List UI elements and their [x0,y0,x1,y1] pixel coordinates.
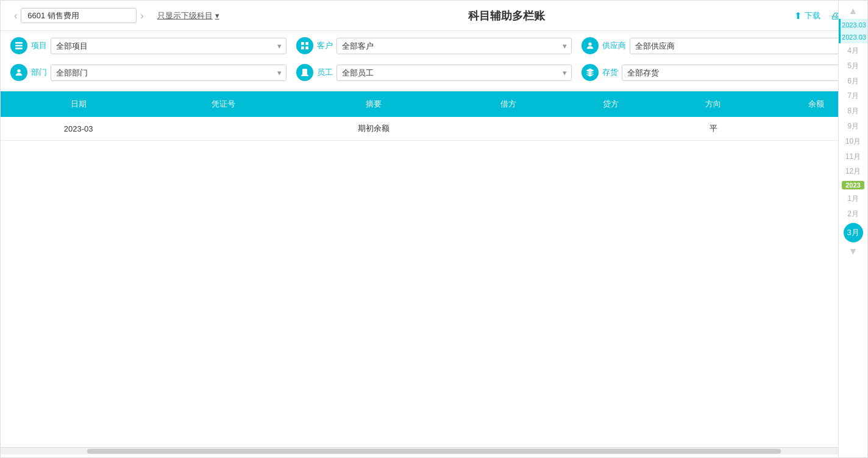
filter-row-2: 部门 全部部门 ▾ 员工 [10,64,858,81]
table-area: 日期 凭证号 摘要 借方 贷方 方向 余额 2023-03 期初余额 [1,91,867,447]
svg-rect-5 [302,69,307,74]
col-debit: 借方 [457,91,560,117]
page-title: 科目辅助多栏账 [219,9,794,23]
inventory-select-wrapper: 全部存货 ▾ [622,65,858,81]
timeline-month-10[interactable]: 10月 [842,134,864,149]
download-label: 下载 [805,10,820,21]
project-select[interactable]: 全部项目 [51,38,286,54]
customer-select-wrapper: 全部客户 ▾ [336,38,572,54]
employee-label: 员工 [317,67,333,78]
cell-summary: 期初余额 [291,117,457,141]
download-button[interactable]: ⬆ 下载 [794,10,820,21]
filter-item-project: 项目 全部项目 ▾ [10,37,286,54]
supplier-icon [582,37,599,54]
col-summary: 摘要 [291,91,457,117]
filter-area: 项目 全部项目 ▾ 客户 [1,31,867,91]
inventory-select[interactable]: 全部存货 [622,65,858,81]
timeline-range-end[interactable]: 2023.03 [839,31,867,43]
timeline-year-2023: 2023 [842,181,864,189]
timeline-month-12[interactable]: 12月 [842,164,864,179]
svg-rect-0 [15,42,23,44]
timeline-month-7[interactable]: 7月 [842,88,864,104]
svg-rect-2 [15,48,23,49]
supplier-select-wrapper: 全部供应商 ▾ [630,38,858,54]
customer-select[interactable]: 全部客户 [336,38,572,54]
project-label: 项目 [31,40,47,51]
show-sub-toggle[interactable]: 只显示下级科目 ▾ [157,10,219,21]
customer-label: 客户 [317,40,333,51]
dept-label: 部门 [31,67,47,78]
filter-item-employee: 员工 全部员工 ▾ [296,64,572,81]
inventory-icon [582,64,599,81]
account-code-input[interactable]: 6601 销售费用 [21,8,137,23]
timeline-down-nav[interactable]: ▼ [846,244,861,259]
employee-icon [296,64,313,81]
scrollbar-track [87,449,781,454]
filter-item-customer: 客户 全部客户 ▾ [296,37,572,54]
timeline-month-1[interactable]: 1月 [842,191,864,206]
project-icon [10,37,27,54]
timeline-month-11[interactable]: 11月 [842,149,864,164]
employee-select-wrapper: 全部员工 ▾ [336,65,572,81]
inventory-label: 存货 [602,67,618,78]
cell-direction: 平 [662,117,764,141]
header: ‹ 6601 销售费用 › 只显示下级科目 ▾ 科目辅助多栏账 ⬆ 下载 🖨 打… [1,1,867,31]
timeline-month-2[interactable]: 2月 [842,206,864,222]
bottom-scrollbar[interactable] [1,447,867,454]
timeline-month-6[interactable]: 6月 [842,74,864,89]
svg-point-3 [589,43,592,46]
timeline-panel: ▲ 2023.03 2023.03 4月 5月 6月 7月 8月 9月 10月 … [838,1,867,457]
cell-credit [560,117,662,141]
filter-row-1: 项目 全部项目 ▾ 客户 [10,37,858,54]
timeline-month-9[interactable]: 9月 [842,119,864,134]
timeline-month-4[interactable]: 4月 [842,43,864,58]
cell-debit [457,117,560,141]
project-select-wrapper: 全部项目 ▾ [51,38,286,54]
col-date: 日期 [1,91,156,117]
table-body: 2023-03 期初余额 平 [1,117,867,141]
filter-item-dept: 部门 全部部门 ▾ [10,64,286,81]
ledger-table: 日期 凭证号 摘要 借方 贷方 方向 余额 2023-03 期初余额 [1,91,867,141]
download-icon: ⬆ [794,10,802,21]
timeline-month-5[interactable]: 5月 [842,58,864,74]
cell-voucher [156,117,290,141]
show-sub-label: 只显示下级科目 [157,10,213,21]
col-credit: 贷方 [560,91,662,117]
timeline-range-start[interactable]: 2023.03 [839,19,867,31]
svg-rect-1 [15,45,23,47]
svg-point-4 [17,69,20,72]
filter-item-supplier: 供应商 全部供应商 ▾ [582,37,858,54]
timeline-month-3-current[interactable]: 3月 [844,223,863,242]
supplier-label: 供应商 [602,40,626,51]
next-nav-button[interactable]: › [137,9,147,23]
timeline-up-nav[interactable]: ▲ [846,3,861,19]
timeline-month-8[interactable]: 8月 [842,104,864,119]
dept-select[interactable]: 全部部门 [51,65,286,81]
table-row[interactable]: 2023-03 期初余额 平 [1,117,867,141]
show-sub-arrow-icon: ▾ [215,11,219,20]
prev-nav-button[interactable]: ‹ [10,9,21,23]
col-voucher: 凭证号 [156,91,290,117]
filter-item-inventory: 存货 全部存货 ▾ [582,64,858,81]
customer-icon [296,37,313,54]
table-header-row: 日期 凭证号 摘要 借方 贷方 方向 余额 [1,91,867,117]
supplier-select[interactable]: 全部供应商 [630,38,858,54]
dept-icon [10,64,27,81]
col-direction: 方向 [662,91,764,117]
cell-date: 2023-03 [1,117,156,141]
employee-select[interactable]: 全部员工 [336,65,572,81]
dept-select-wrapper: 全部部门 ▾ [51,65,286,81]
